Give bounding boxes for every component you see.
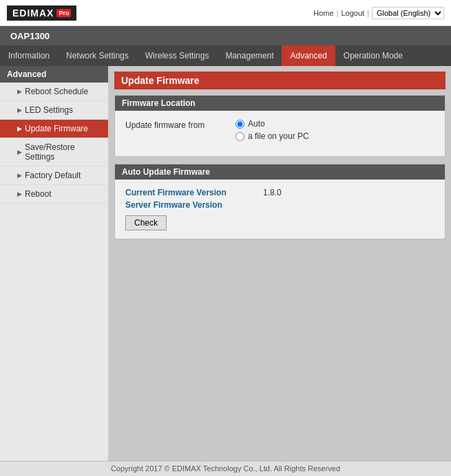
arrow-icon: ▶ [17, 125, 22, 132]
main-layout: Advanced ▶ Reboot Schedule ▶ LED Setting… [0, 66, 451, 461]
firmware-source-row: Update firmware from Auto a file on your… [125, 119, 434, 144]
sidebar-label-save-restore: Save/Restore Settings [25, 142, 101, 162]
sidebar: Advanced ▶ Reboot Schedule ▶ LED Setting… [0, 66, 109, 461]
firmware-source-options: Auto a file on your PC [235, 119, 434, 144]
arrow-icon: ▶ [17, 172, 22, 179]
current-version-label: Current Firmware Version [125, 188, 263, 197]
sidebar-label-update-firmware: Update Firmware [25, 124, 88, 133]
auto-update-body: Current Firmware Version 1.8.0 Server Fi… [115, 180, 445, 239]
home-link[interactable]: Home [313, 9, 333, 17]
radio-pc-label: a file on your PC [248, 131, 309, 141]
logo-box: EDIMAX Pro [7, 6, 76, 21]
logo-pro: Pro [56, 9, 71, 17]
arrow-icon: ▶ [17, 88, 22, 95]
nav-management[interactable]: Management [217, 45, 282, 66]
sidebar-item-update-firmware[interactable]: ▶ Update Firmware [0, 120, 108, 138]
arrow-icon: ▶ [17, 191, 22, 197]
radio-auto[interactable] [235, 120, 244, 129]
footer-text: Copyright 2017 © EDIMAX Technology Co., … [111, 464, 340, 473]
radio-pc-option: a file on your PC [235, 131, 434, 141]
device-name: OAP1300 [10, 31, 50, 41]
radio-auto-option: Auto [235, 119, 434, 129]
sidebar-title: Advanced [0, 66, 108, 83]
nav-information[interactable]: Information [0, 45, 58, 66]
firmware-location-body: Update firmware from Auto a file on your… [115, 111, 445, 156]
check-button[interactable]: Check [125, 215, 167, 230]
radio-pc[interactable] [235, 132, 244, 141]
device-bar: OAP1300 [0, 26, 451, 45]
sidebar-item-reboot-schedule[interactable]: ▶ Reboot Schedule [0, 83, 108, 101]
sidebar-label-led-settings: LED Settings [25, 105, 73, 115]
logo-area: EDIMAX Pro [7, 6, 76, 21]
sidebar-item-factory-default[interactable]: ▶ Factory Default [0, 166, 108, 185]
arrow-icon: ▶ [17, 107, 22, 113]
logout-link[interactable]: Logout [341, 9, 364, 17]
content-area: Update Firmware Firmware Location Update… [109, 66, 451, 461]
sidebar-item-reboot[interactable]: ▶ Reboot [0, 185, 108, 204]
firmware-location-section: Firmware Location Update firmware from A… [114, 95, 445, 157]
auto-update-section: Auto Update Firmware Current Firmware Ve… [114, 164, 445, 239]
top-links: Home | Logout | Global (English) [313, 7, 444, 19]
radio-auto-label: Auto [248, 119, 265, 129]
current-version-row: Current Firmware Version 1.8.0 [125, 188, 434, 197]
server-version-row: Server Firmware Version [125, 200, 434, 210]
page-title: Update Firmware [114, 72, 445, 89]
nav-network-settings[interactable]: Network Settings [58, 45, 137, 66]
firmware-source-label: Update firmware from [125, 119, 235, 130]
sidebar-label-factory-default: Factory Default [25, 171, 81, 180]
sidebar-item-save-restore[interactable]: ▶ Save/Restore Settings [0, 138, 108, 166]
current-version-value: 1.8.0 [263, 188, 282, 197]
separator1: | [337, 9, 339, 17]
server-version-label: Server Firmware Version [125, 200, 263, 210]
sidebar-item-led-settings[interactable]: ▶ LED Settings [0, 101, 108, 120]
separator2: | [367, 9, 369, 17]
top-bar: EDIMAX Pro Home | Logout | Global (Engli… [0, 0, 451, 26]
auto-update-header: Auto Update Firmware [115, 164, 445, 180]
nav-advanced[interactable]: Advanced [282, 45, 335, 66]
firmware-location-header: Firmware Location [115, 96, 445, 111]
sidebar-label-reboot: Reboot [25, 189, 52, 199]
language-select[interactable]: Global (English) [372, 7, 444, 19]
logo-text: EDIMAX [12, 8, 54, 19]
arrow-icon: ▶ [17, 149, 22, 155]
footer: Copyright 2017 © EDIMAX Technology Co., … [0, 461, 451, 476]
nav-wireless-settings[interactable]: Wireless Settings [137, 45, 218, 66]
nav-operation-mode[interactable]: Operation Mode [335, 45, 411, 66]
nav-bar: Information Network Settings Wireless Se… [0, 45, 451, 66]
sidebar-label-reboot-schedule: Reboot Schedule [25, 87, 88, 96]
